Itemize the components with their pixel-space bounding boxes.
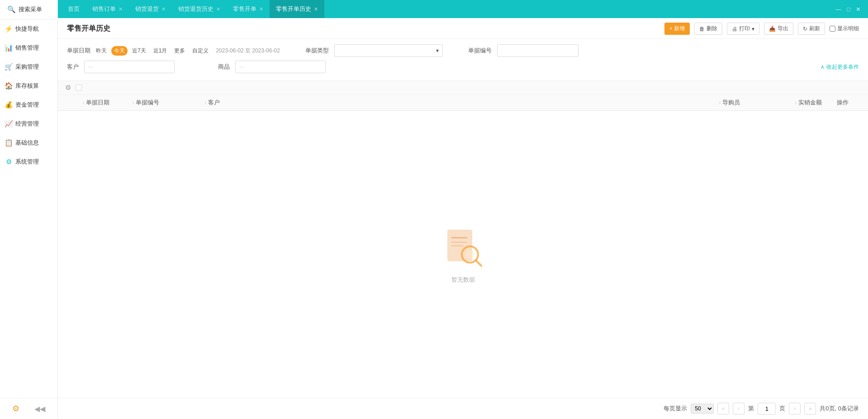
tab-sales-order-label: 销售订单 [92, 5, 116, 13]
filter-doctype-select[interactable]: ▾ [334, 44, 443, 57]
sidebar-item-operation[interactable]: 📈 经营管理 [0, 114, 57, 133]
sidebar-item-inventory[interactable]: 🏠 库存核算 [0, 76, 57, 95]
collapse-up-icon: ∧ [821, 64, 825, 70]
svg-point-6 [465, 250, 474, 259]
sidebar-item-label: 采购管理 [15, 63, 39, 71]
window-close-btn[interactable]: ✕ [856, 6, 861, 13]
settings-icon[interactable]: ⚙ [12, 404, 19, 414]
window-maximize-btn[interactable]: □ [847, 6, 850, 13]
filter-row-2: 客户 ··· 商品 ··· ∧ 收起更多条件 [67, 61, 859, 73]
sidebar: 🔍 搜索采单 ⚡ 快捷导航 📊 销售管理 🛒 采购管理 🏠 库存核算 💰 资金管… [0, 0, 58, 419]
collapse-filter-btn[interactable]: ∧ 收起更多条件 [821, 61, 859, 73]
tab-sales-order[interactable]: 销售订单 ✕ [86, 0, 129, 18]
quick-nav-icon: ⚡ [5, 25, 13, 33]
sort-icon-up: ↕ [82, 100, 85, 105]
refresh-icon: ↻ [803, 26, 807, 32]
tab-sales-return-history-close[interactable]: ✕ [216, 6, 220, 12]
refresh-button[interactable]: ↻ 刷新 [798, 23, 825, 35]
first-page-btn[interactable]: « [717, 403, 729, 414]
th-number[interactable]: ↕ 单据编号 [129, 95, 202, 110]
filter-goods-input[interactable]: ··· [235, 61, 326, 73]
delete-button[interactable]: 🗑 删除 [694, 23, 722, 35]
print-button[interactable]: 🖨 打印 ▾ [727, 23, 759, 35]
filter-docnumber-item: 单据编号 [468, 44, 579, 57]
date-btn-last7[interactable]: 近7天 [129, 46, 149, 56]
sidebar-item-label: 库存核算 [15, 82, 39, 90]
th-amount[interactable]: ↕ 实销金额 [770, 95, 825, 110]
sidebar-item-purchase[interactable]: 🛒 采购管理 [0, 57, 57, 76]
th-date[interactable]: ↕ 单据日期 [80, 95, 129, 110]
basic-icon: 📋 [5, 139, 13, 147]
last-page-btn[interactable]: » [804, 403, 816, 414]
tab-sales-return[interactable]: 销货退货 ✕ [129, 0, 172, 18]
table-column-settings-icon[interactable]: ⚙ [65, 84, 71, 92]
sidebar-item-quick-nav[interactable]: ⚡ 快捷导航 [0, 19, 57, 38]
sort-icon: ↕ [795, 100, 797, 105]
page-label-post: 页 [779, 405, 785, 413]
tab-retail-open-history[interactable]: 零售开单历史 ✕ [270, 0, 324, 18]
doctype-dropdown-icon: ▾ [436, 47, 439, 54]
filter-doctype-label: 单据类型 [305, 47, 329, 55]
sidebar-search[interactable]: 🔍 搜索采单 [0, 0, 57, 19]
prev-page-btn[interactable]: ‹ [733, 403, 745, 414]
empty-icon [441, 225, 486, 270]
tab-retail-open[interactable]: 零售开单 ✕ [227, 0, 270, 18]
th-customer[interactable]: ↕ 客户 [202, 95, 716, 110]
page-number-input[interactable] [758, 403, 776, 414]
topnav-right-controls: — □ ✕ [835, 6, 864, 13]
empty-state: 暂无数据 [58, 111, 868, 398]
filter-customer-input[interactable]: ··· [84, 61, 175, 73]
inventory-icon: 🏠 [5, 82, 13, 90]
tab-sales-return-history-label: 销货退货历史 [178, 5, 213, 13]
empty-text: 暂无数据 [451, 276, 475, 284]
sidebar-item-label: 经营管理 [15, 120, 39, 128]
export-button[interactable]: 📤 导出 [764, 23, 793, 35]
sidebar-item-label: 销售管理 [15, 44, 39, 52]
next-page-btn[interactable]: › [789, 403, 801, 414]
tab-home-label: 首页 [68, 5, 80, 13]
table-toolbar: ⚙ [58, 81, 868, 95]
collapse-filter-label: 收起更多条件 [826, 63, 859, 71]
collapse-sidebar-icon[interactable]: ◀◀ [34, 405, 45, 413]
page-label-pre: 第 [748, 405, 754, 413]
th-guide[interactable]: ↕ 导购员 [716, 95, 770, 110]
tab-sales-order-close[interactable]: ✕ [119, 6, 123, 12]
tab-sales-return-history[interactable]: 销货退货历史 ✕ [172, 0, 227, 18]
purchase-icon: 🛒 [5, 63, 13, 71]
filter-docnumber-input[interactable] [497, 44, 579, 57]
operation-icon: 📈 [5, 120, 13, 128]
page-size-select[interactable]: 50 10 20 100 [691, 404, 714, 414]
filter-goods-label: 商品 [218, 63, 230, 71]
export-icon: 📤 [769, 26, 776, 32]
sidebar-item-basic[interactable]: 📋 基础信息 [0, 133, 57, 152]
display-detail-checkbox[interactable] [830, 26, 835, 32]
date-btn-more[interactable]: 更多 [171, 46, 188, 56]
sidebar-item-sales[interactable]: 📊 销售管理 [0, 38, 57, 57]
tab-sales-return-close[interactable]: ✕ [161, 6, 166, 12]
select-all-checkbox[interactable] [76, 85, 82, 91]
system-icon: ⚙ [5, 158, 13, 166]
topnav: 首页 销售订单 ✕ 销货退货 ✕ 销货退货历史 ✕ 零售开单 ✕ 零售开单历史 … [58, 0, 868, 18]
goods-dots: ··· [239, 64, 244, 70]
finance-icon: 💰 [5, 101, 13, 109]
filter-date-btns: 昨天 今天 近7天 近1月 更多 自定义 [93, 46, 211, 56]
filter-customer-label: 客户 [67, 63, 79, 71]
filter-docnumber-label: 单据编号 [468, 47, 492, 55]
sidebar-item-system[interactable]: ⚙ 系统管理 [0, 152, 57, 171]
tab-retail-open-close[interactable]: ✕ [259, 6, 263, 12]
search-icon: 🔍 [7, 5, 16, 14]
add-button[interactable]: + 新增 [664, 23, 690, 35]
tab-home[interactable]: 首页 [62, 0, 86, 18]
total-info: 共0页, 0条记录 [820, 405, 859, 413]
date-btn-yesterday[interactable]: 昨天 [93, 46, 109, 56]
delete-icon: 🗑 [699, 26, 705, 32]
filter-row-1: 单据日期 昨天 今天 近7天 近1月 更多 自定义 2023-06-02 至 2… [67, 44, 859, 57]
tab-retail-open-history-close[interactable]: ✕ [314, 6, 318, 12]
sidebar-item-finance[interactable]: 💰 资金管理 [0, 95, 57, 114]
date-btn-last1month[interactable]: 近1月 [151, 46, 170, 56]
sort-icon: ↕ [204, 100, 207, 105]
window-minimize-btn[interactable]: — [835, 6, 841, 13]
print-icon: 🖨 [732, 26, 737, 32]
date-btn-custom[interactable]: 自定义 [190, 46, 211, 56]
date-btn-today[interactable]: 今天 [111, 46, 128, 56]
